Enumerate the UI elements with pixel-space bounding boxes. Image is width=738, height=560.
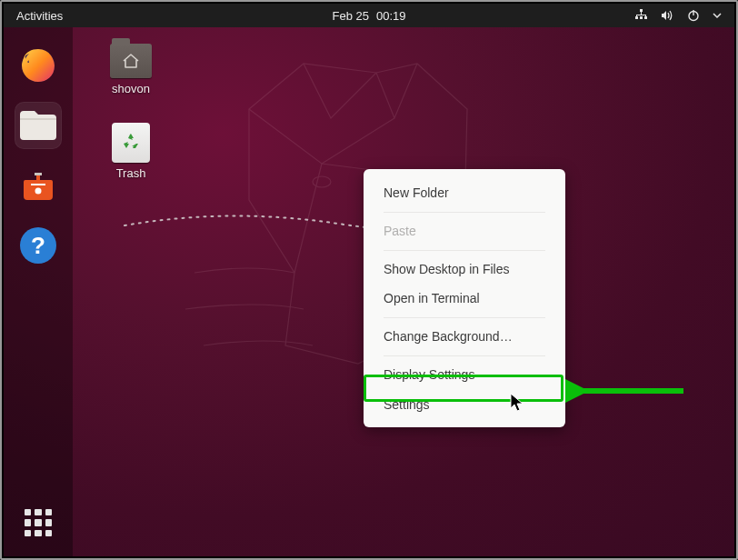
svg-point-14 bbox=[35, 188, 42, 195]
dock-ubuntu-software[interactable] bbox=[15, 162, 62, 209]
svg-rect-5 bbox=[636, 15, 646, 15]
desktop-context-menu: New Folder Paste Show Desktop in Files O… bbox=[364, 169, 565, 427]
svg-rect-0 bbox=[640, 9, 643, 12]
svg-rect-7 bbox=[645, 15, 646, 16]
power-icon bbox=[687, 9, 700, 22]
network-icon bbox=[634, 9, 648, 22]
menu-settings[interactable]: Settings bbox=[364, 390, 565, 420]
svg-text:?: ? bbox=[31, 232, 45, 259]
menu-new-folder[interactable]: New Folder bbox=[364, 178, 565, 208]
trash-icon[interactable]: Trash bbox=[95, 123, 167, 180]
svg-rect-6 bbox=[636, 15, 637, 16]
menu-open-in-terminal[interactable]: Open in Terminal bbox=[364, 284, 565, 314]
clock[interactable]: Feb 25 00:19 bbox=[332, 9, 405, 23]
dock: ? bbox=[4, 27, 73, 556]
menu-separator bbox=[384, 250, 545, 251]
volume-icon bbox=[661, 9, 674, 22]
svg-rect-13 bbox=[35, 173, 42, 175]
show-applications-button[interactable] bbox=[25, 509, 52, 536]
menu-paste: Paste bbox=[364, 216, 565, 246]
system-tray[interactable] bbox=[634, 9, 734, 22]
chevron-down-icon bbox=[713, 9, 722, 22]
recycle-icon bbox=[120, 132, 142, 154]
svg-rect-9 bbox=[693, 10, 693, 15]
time-text: 00:19 bbox=[376, 9, 406, 23]
gnome-topbar: Activities Feb 25 00:19 bbox=[4, 4, 734, 27]
menu-separator bbox=[384, 317, 545, 318]
svg-rect-1 bbox=[635, 16, 638, 19]
activities-button[interactable]: Activities bbox=[4, 9, 75, 23]
dock-files[interactable] bbox=[15, 102, 62, 149]
screenshot-frame: Activities Feb 25 00:19 bbox=[0, 0, 738, 560]
menu-display-settings[interactable]: Display Settings bbox=[364, 360, 565, 390]
menu-separator bbox=[384, 355, 545, 356]
svg-rect-2 bbox=[640, 16, 643, 19]
dock-help[interactable]: ? bbox=[15, 222, 62, 269]
home-folder-icon[interactable]: shovon bbox=[95, 44, 167, 95]
menu-separator bbox=[384, 212, 545, 213]
dock-firefox[interactable] bbox=[15, 42, 62, 89]
home-folder-label: shovon bbox=[112, 82, 150, 95]
date-text: Feb 25 bbox=[332, 9, 368, 23]
trash-label: Trash bbox=[116, 166, 146, 180]
svg-rect-3 bbox=[644, 16, 647, 19]
desktop-icons: shovon Trash bbox=[95, 44, 167, 180]
menu-change-background[interactable]: Change Background… bbox=[364, 322, 565, 352]
desktop[interactable]: ? shovon Trash bbox=[4, 27, 734, 556]
home-icon bbox=[122, 53, 140, 69]
svg-point-10 bbox=[313, 176, 331, 187]
menu-show-desktop-in-files[interactable]: Show Desktop in Files bbox=[364, 255, 565, 285]
